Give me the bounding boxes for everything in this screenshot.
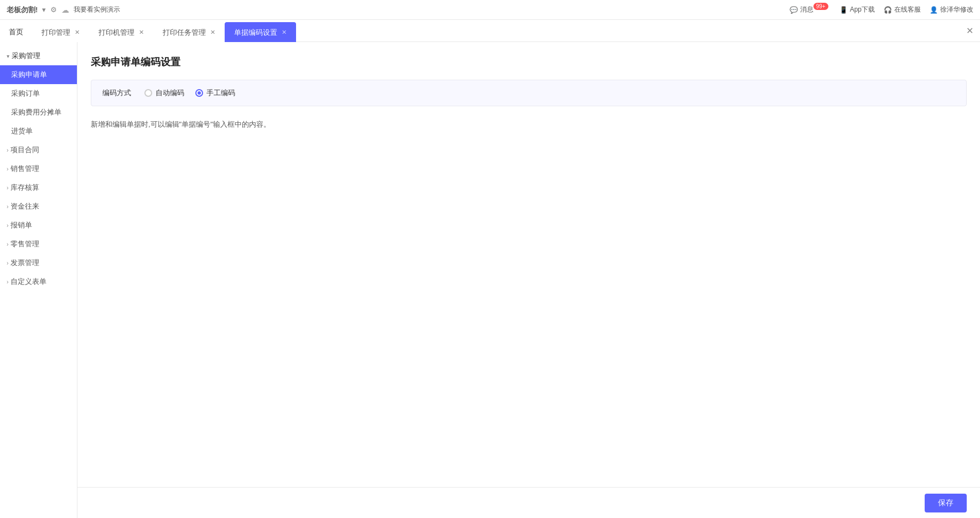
sales-mgr-arrow: ›: [7, 166, 8, 172]
funds-arrow: ›: [7, 204, 8, 210]
encode-section: 编码方式 自动编码 手工编码: [91, 80, 967, 106]
purchase-order-label: 采购订单: [11, 89, 40, 97]
online-service-item[interactable]: 🎧 在线客服: [884, 5, 921, 14]
encode-method-label: 编码方式: [102, 88, 131, 98]
purchase-mgr-label: 采购管理: [12, 51, 40, 61]
bottom-bar: 保存: [77, 487, 980, 518]
main-layout: ▾ 采购管理 采购申请单 采购订单 采购费用分摊单 进货单 › 项目合同 › 销…: [0, 42, 980, 518]
sidebar-item-purchase-order[interactable]: 采购订单: [0, 84, 77, 103]
radio-manual-circle: [195, 89, 203, 97]
sidebar-group-funds[interactable]: › 资金往来: [0, 197, 77, 216]
funds-label: 资金往来: [11, 201, 39, 211]
tab-home-label: 首页: [9, 27, 23, 37]
custom-forms-arrow: ›: [7, 279, 8, 285]
returns-label: 报销单: [11, 220, 32, 230]
sidebar-group-sales-mgr[interactable]: › 销售管理: [0, 159, 77, 178]
sidebar-group-project-contract[interactable]: › 项目合同: [0, 141, 77, 159]
purchase-req-label: 采购申请单: [11, 70, 47, 79]
user-item[interactable]: 👤 徐泽华修改: [930, 5, 973, 14]
inventory-label: 库存核算: [11, 183, 39, 193]
top-bar-right: 💬 消息 99+ 📱 App下载 🎧 在线客服 👤 徐泽华修改: [790, 5, 973, 14]
invoice-mgr-label: 发票管理: [11, 258, 39, 268]
tab-bar-close-button[interactable]: ✕: [966, 25, 980, 36]
dropdown-icon[interactable]: ▾: [42, 6, 46, 14]
top-bar-left: 老板勿割! ▾ ⚙ 我要看实例演示: [7, 5, 120, 15]
tab-print-mgr-close[interactable]: ✕: [75, 29, 80, 36]
sidebar-group-invoice-mgr[interactable]: › 发票管理: [0, 253, 77, 272]
app-icon: 📱: [839, 6, 848, 14]
returns-arrow: ›: [7, 222, 8, 229]
purchase-mgr-arrow: ▾: [7, 53, 9, 59]
save-button[interactable]: 保存: [925, 494, 967, 512]
custom-forms-label: 自定义表单: [11, 277, 46, 287]
sidebar-group-returns[interactable]: › 报销单: [0, 216, 77, 235]
service-icon: 🎧: [884, 6, 892, 14]
tab-single-code-close[interactable]: ✕: [282, 29, 287, 36]
sidebar-group-custom-forms[interactable]: › 自定义表单: [0, 272, 77, 291]
settings-icon[interactable]: ⚙: [50, 6, 57, 14]
content-area: 采购申请单编码设置 编码方式 自动编码 手工编码 新增和编辑单据时,: [77, 42, 980, 518]
page-title: 采购申请单编码设置: [91, 55, 967, 69]
radio-manual-encode[interactable]: 手工编码: [195, 88, 235, 98]
tab-single-code[interactable]: 单据编码设置 ✕: [225, 22, 296, 42]
encode-radio-group: 自动编码 手工编码: [144, 88, 235, 98]
tab-printer-mgr[interactable]: 打印机管理 ✕: [89, 22, 153, 42]
tab-print-mgr-label: 打印管理: [42, 28, 70, 38]
project-contract-arrow: ›: [7, 147, 8, 153]
project-contract-label: 项目合同: [11, 145, 39, 155]
retail-mgr-label: 零售管理: [11, 239, 39, 249]
message-label: 消息: [800, 5, 813, 14]
cloud-icon: [61, 6, 69, 14]
auto-encode-label: 自动编码: [155, 88, 184, 98]
sidebar-group-retail-mgr[interactable]: › 零售管理: [0, 235, 77, 253]
purchase-expense-label: 采购费用分摊单: [11, 108, 61, 116]
app-logo: 老板勿割!: [7, 5, 38, 15]
tab-print-task[interactable]: 打印任务管理 ✕: [153, 22, 225, 42]
message-item[interactable]: 💬 消息 99+: [790, 5, 831, 14]
sidebar-item-stock-in[interactable]: 进货单: [0, 122, 77, 141]
retail-mgr-arrow: ›: [7, 241, 8, 247]
tab-printer-mgr-close[interactable]: ✕: [139, 29, 144, 36]
service-label: 在线客服: [894, 5, 921, 14]
radio-auto-circle: [144, 89, 152, 97]
sidebar-item-purchase-req[interactable]: 采购申请单: [0, 65, 77, 84]
invoice-mgr-arrow: ›: [7, 260, 8, 266]
sidebar-item-purchase-expense[interactable]: 采购费用分摊单: [0, 103, 77, 122]
stock-in-label: 进货单: [11, 127, 33, 135]
top-bar: 老板勿割! ▾ ⚙ 我要看实例演示 💬 消息 99+ 📱 App下载 🎧 在线客…: [0, 0, 980, 20]
message-badge: 99+: [813, 3, 828, 10]
tab-single-code-label: 单据编码设置: [234, 28, 277, 38]
user-name: 徐泽华修改: [940, 5, 973, 14]
app-label: App下载: [850, 5, 875, 14]
radio-auto-encode[interactable]: 自动编码: [144, 88, 184, 98]
tab-print-task-close[interactable]: ✕: [210, 29, 215, 36]
user-icon: 👤: [930, 6, 938, 14]
message-icon: 💬: [790, 6, 798, 14]
sidebar-group-inventory[interactable]: › 库存核算: [0, 178, 77, 197]
sidebar-group-purchase-mgr[interactable]: ▾ 采购管理: [0, 46, 77, 65]
demo-link[interactable]: 我要看实例演示: [74, 5, 120, 14]
tab-bar: 首页 打印管理 ✕ 打印机管理 ✕ 打印任务管理 ✕ 单据编码设置 ✕ ✕: [0, 20, 980, 42]
app-download-item[interactable]: 📱 App下载: [839, 5, 875, 14]
manual-encode-label: 手工编码: [206, 88, 235, 98]
tab-home[interactable]: 首页: [0, 22, 32, 42]
sales-mgr-label: 销售管理: [11, 164, 39, 174]
radio-manual-dot: [198, 91, 201, 95]
inventory-arrow: ›: [7, 185, 8, 191]
tab-printer-mgr-label: 打印机管理: [98, 28, 134, 38]
tab-print-mgr[interactable]: 打印管理 ✕: [32, 22, 89, 42]
info-text: 新增和编辑单据时,可以编辑"单据编号"输入框中的内容。: [91, 120, 967, 130]
sidebar: ▾ 采购管理 采购申请单 采购订单 采购费用分摊单 进货单 › 项目合同 › 销…: [0, 42, 77, 518]
tab-print-task-label: 打印任务管理: [163, 28, 206, 38]
